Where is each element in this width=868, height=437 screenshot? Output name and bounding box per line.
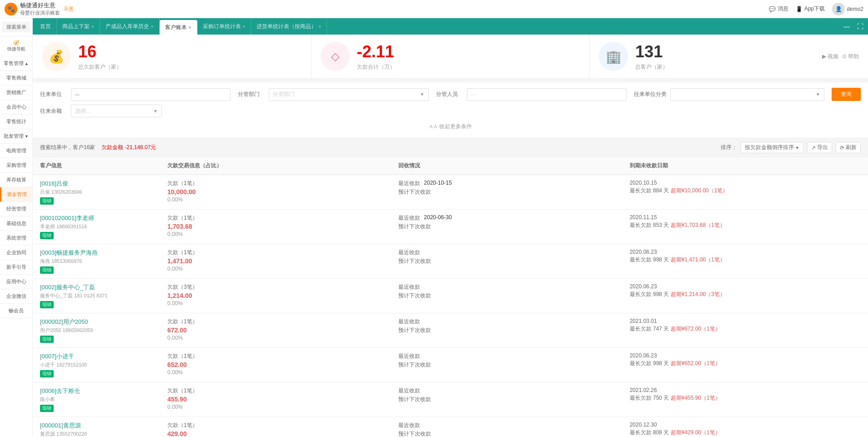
nav-icon: 🧭 (2, 40, 30, 46)
sidebar-item-marketing[interactable]: 营销推广 (0, 85, 32, 100)
overdue-link-0[interactable]: 超期¥10,000.00（1笔） (671, 187, 728, 194)
sidebar-item-basic[interactable]: 基础信息 (0, 216, 32, 231)
search-menu-btn[interactable]: 搜索菜单 (2, 22, 30, 32)
sidebar-item-weixin[interactable]: 企业微信 (0, 289, 32, 304)
sidebar-item-finance[interactable]: 资金管理 (0, 187, 32, 202)
customer-tag-3: 现销 (40, 301, 54, 308)
sidebar-item-purchase[interactable]: 采购管理 (0, 158, 32, 173)
debt-info-5: 欠款（1笔） 652.00 0.00% (167, 352, 398, 376)
tab-product-history-close[interactable]: × (151, 24, 154, 29)
video-btn[interactable]: ▶ 视频 (822, 53, 838, 60)
overdue-days-6: 最长欠款 750 天 (630, 395, 669, 401)
sidebar-item-system[interactable]: 系统管理 (0, 231, 32, 246)
tab-purchase-stats[interactable]: 采购订单统计表 × (197, 18, 251, 35)
balance-input[interactable]: 选择... ▼ (71, 105, 162, 117)
sidebar-item-vip[interactable]: 畅会员 (0, 304, 32, 318)
overdue-link-5[interactable]: 超期¥652.00（1笔） (671, 360, 721, 367)
overdue-link-1[interactable]: 超期¥1,703.68（1笔） (671, 222, 725, 228)
table-row[interactable]: [0001020001]李老师 李老师 18600391516 现销 欠款（1笔… (33, 210, 868, 244)
sidebar-item-retail-mall[interactable]: 零售商城 (0, 71, 32, 85)
last-payment-1: 最近收款 2020-06-30 (398, 214, 629, 222)
tab-product-history[interactable]: 产成品入库单历史 × (100, 18, 160, 35)
query-btn[interactable]: 查询 (832, 88, 861, 101)
sidebar-item-enterprise[interactable]: 企业协同 (0, 246, 32, 260)
sidebar-item-ecommerce[interactable]: 电商管理 (0, 144, 32, 158)
overdue-days-1: 最长欠款 853 天 (630, 222, 669, 228)
payback-info-3: 最近收款 预计下次收款 (398, 283, 629, 301)
sort-select[interactable]: 按欠款金额倒序排序 ▼ (741, 142, 803, 153)
tab-minimize-btn[interactable]: — (841, 22, 853, 31)
message-btn[interactable]: 💬 消息 (769, 5, 788, 13)
customer-name-7[interactable]: [000001]黄思源 (40, 422, 81, 429)
customer-name-5[interactable]: [0007]小进干 (40, 353, 74, 360)
last-payment-2: 最近收款 (398, 249, 629, 256)
customer-name-0[interactable]: [0016]吕俊 (40, 180, 68, 187)
tab-maximize-btn[interactable]: ⛶ (854, 22, 866, 31)
sidebar-item-retail-stats[interactable]: 零售统计 (0, 115, 32, 129)
purchase-label: 采购管理 (2, 162, 30, 169)
logo-icon: 🐾 (5, 3, 17, 15)
sidebar-item-nav[interactable]: 🧭 快捷导航 (0, 36, 32, 56)
system-label: 系统管理 (2, 235, 30, 241)
manager-input[interactable]: ··· (467, 88, 627, 101)
unit-category-input[interactable]: ▼ (670, 88, 824, 101)
table-row[interactable]: [000002]用户2050 用户2050 18665062050 现销 欠款（… (33, 313, 868, 348)
col-debt-info: 欠款交易信息（占比） (167, 162, 398, 170)
customer-name-4[interactable]: [000002]用户2050 (40, 318, 88, 325)
source-unit-input[interactable]: ··· (71, 88, 231, 101)
customer-name-2[interactable]: [0003]畅捷服务尹海燕 (40, 249, 98, 256)
overdue-info-5: 2020.06.23 最长欠款 998 天 超期¥652.00（1笔） (630, 352, 861, 367)
table-row[interactable]: [0007]小进干 小进干 18279152100 现销 欠款（1笔） 652.… (33, 348, 868, 382)
tab-customer-account-close[interactable]: × (189, 25, 191, 30)
newbie-label: 新手引导 (2, 264, 30, 271)
tab-purchase-stats-close[interactable]: × (243, 24, 246, 29)
overdue-link-7[interactable]: 超期¥429.00（1笔） (671, 429, 721, 436)
main: 首页 商品上下架 × 产成品入库单历史 × 客户账本 × 采购订单统计表 × 进… (33, 18, 868, 437)
expand-menu[interactable]: 示意 (64, 5, 74, 12)
app-download-btn[interactable]: 📱 App下载 (796, 5, 825, 13)
sidebar-item-batch-mgmt[interactable]: 批发管理 ▼ (0, 129, 32, 144)
overdue-link-3[interactable]: 超期¥1,214.00（3笔） (671, 291, 725, 297)
tab-customer-account[interactable]: 客户账本 × (160, 20, 197, 35)
overdue-link-4[interactable]: 超期¥672.00（1笔） (671, 326, 721, 332)
collapse-btn[interactable]: ∧∧ 收起更多条件 (429, 123, 472, 131)
table-row[interactable]: [0002]服务中心_丁磊 服务中心_丁磊 181 0125 8371 现销 欠… (33, 279, 868, 313)
last-payment-label-6: 最近收款 (398, 387, 420, 395)
last-payment-label-0: 最近收款 (398, 180, 420, 187)
tab-product-history-label: 产成品入库单历史 (105, 23, 149, 30)
dept-input[interactable]: 分管部门 ▼ (269, 88, 428, 101)
tab-inbound-stats-close[interactable]: × (318, 24, 321, 29)
filter-manager-label: 分管人员 (436, 90, 463, 98)
user-btn[interactable]: 👤 demo2 (832, 3, 863, 15)
customer-tag-5: 现销 (40, 370, 54, 377)
tab-home[interactable]: 首页 (35, 18, 57, 35)
overdue-link-6[interactable]: 超期¥455.90（1笔） (671, 395, 721, 401)
overdue-date-0: 2020.10.15 (630, 180, 861, 186)
help-btn[interactable]: ⊙ 帮助 (842, 53, 859, 60)
debt-amount-1: 1,703.68 (167, 223, 398, 230)
filter-area: 往来单位 ··· 分管部门 分管部门 ▼ 分管人员 (33, 82, 868, 138)
tab-product-off[interactable]: 商品上下架 × (57, 18, 100, 35)
customer-name-3[interactable]: [0002]服务中心_丁磊 (40, 284, 95, 291)
tab-inbound-stats[interactable]: 进货单统计表（按商品） × (251, 18, 327, 35)
results-bar: 搜索结果中，客户16家 欠款金额 -21,148.07元 排序： 按欠款金额倒序… (33, 138, 868, 157)
customer-name-6[interactable]: [0006]去下粮仓 (40, 387, 80, 394)
sidebar-item-member[interactable]: 会员中心 (0, 100, 32, 115)
customer-name-1[interactable]: [0001020001]李老师 (40, 215, 94, 221)
table-row[interactable]: [0016]吕俊 吕俊 13026203696 现销 欠款（1笔） 10,000… (33, 175, 868, 210)
sidebar-item-retail-mgmt[interactable]: 零售管理 ▲ (0, 56, 32, 71)
sidebar-item-appstore[interactable]: 应用中心 (0, 275, 32, 289)
table-row[interactable]: [000001]黄思源 黄思源 13552700226 现销 欠款（1笔） 42… (33, 417, 868, 437)
sidebar-item-newbie[interactable]: 新手引导 (0, 260, 32, 275)
sidebar-item-inventory[interactable]: 库存核算 (0, 173, 32, 187)
total-customers-value: 131 (635, 42, 668, 61)
sidebar-item-business[interactable]: 经营管理 (0, 202, 32, 216)
export-btn[interactable]: ↗ 导出 (807, 142, 832, 153)
overdue-link-2[interactable]: 超期¥1,471.00（1笔） (671, 256, 725, 263)
filter-unit-category-label: 往来单位分类 (634, 90, 667, 98)
sidebar-search[interactable]: 搜索菜单 (0, 18, 32, 36)
tab-product-off-close[interactable]: × (91, 24, 94, 29)
table-row[interactable]: [0003]畅捷服务尹海燕 海燕 18513066976 现销 欠款（1笔） 1… (33, 244, 868, 279)
table-row[interactable]: [0006]去下粮仓 陈小希 现销 欠款（1笔） 455.90 0.00% 最近… (33, 382, 868, 417)
refresh-btn[interactable]: ⟳ 刷新 (836, 142, 861, 153)
